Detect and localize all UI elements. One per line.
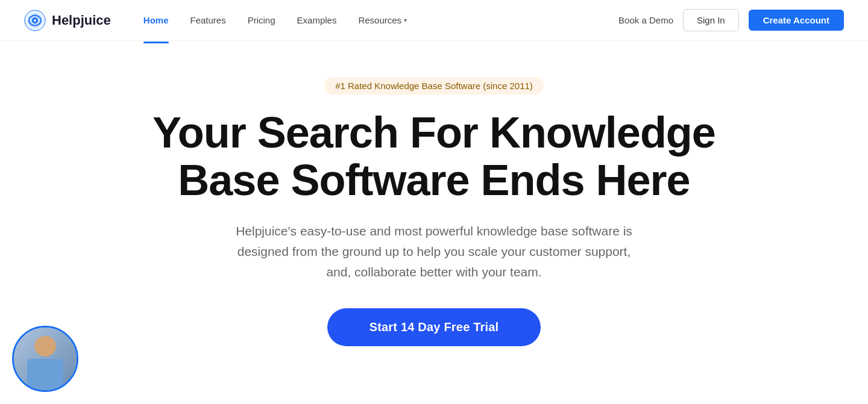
chevron-down-icon: ▾ [404,17,407,23]
hero-subtitle: Helpjuice's easy-to-use and most powerfu… [229,221,639,282]
hero-badge: #1 Rated Knowledge Base Software (since … [324,77,544,95]
navbar-left: Helpjuice Home Features Pricing Examples… [24,10,415,31]
svg-point-3 [34,19,36,22]
nav-link-pricing[interactable]: Pricing [239,10,284,30]
navbar: Helpjuice Home Features Pricing Examples… [0,0,868,41]
book-demo-link[interactable]: Book a Demo [618,15,673,25]
avatar-image [14,328,77,390]
avatar [12,326,78,392]
hero-section: #1 Rated Knowledge Base Software (since … [0,41,868,382]
create-account-button[interactable]: Create Account [749,10,844,31]
nav-link-features[interactable]: Features [182,10,234,30]
nav-links: Home Features Pricing Examples Resources… [135,10,415,30]
person-figure [21,336,69,390]
person-head [34,336,56,356]
helpjuice-logo-icon [24,10,46,31]
sign-in-button[interactable]: Sign In [683,9,739,31]
person-body [27,359,63,390]
navbar-right: Book a Demo Sign In Create Account [618,9,844,31]
nav-link-examples[interactable]: Examples [289,10,345,30]
logo[interactable]: Helpjuice [24,10,111,31]
resources-label: Resources [358,15,401,25]
logo-text: Helpjuice [52,13,111,28]
hero-title: Your Search For Knowledge Base Software … [139,109,729,204]
nav-link-home[interactable]: Home [135,10,177,30]
cta-button[interactable]: Start 14 Day Free Trial [327,308,541,346]
nav-link-resources[interactable]: Resources ▾ [350,10,415,30]
